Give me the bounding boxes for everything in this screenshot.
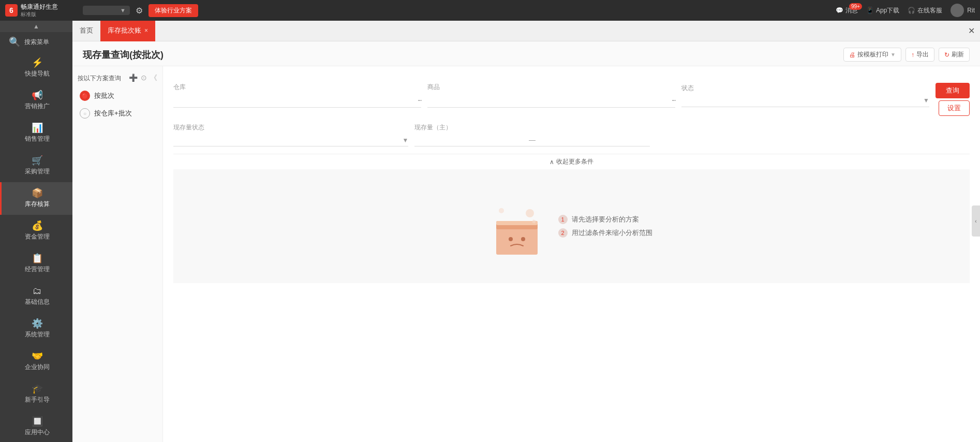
scheme-warehouse-batch[interactable]: ○ 按仓库+批次: [72, 105, 162, 122]
search-icon: 🔍: [9, 37, 20, 47]
tab-bar-close-button[interactable]: ✕: [968, 26, 980, 36]
stock-status-select[interactable]: ▼: [173, 134, 408, 146]
lightning-icon: ⚡: [32, 58, 43, 67]
chart-icon: 📊: [32, 123, 43, 132]
stock-qty-range: —: [414, 134, 649, 146]
online-service-action[interactable]: 🎧 在线客服: [908, 6, 942, 15]
filter-main-area: 按以下方案查询 ➕ ⊙ 《 🔴 按批次 ○ 按仓库+批次: [72, 66, 980, 442]
sidebar-item-marketing[interactable]: 📢 营销推广: [0, 84, 72, 117]
action-buttons: 查询 设置: [936, 83, 970, 116]
scheme-batch[interactable]: 🔴 按批次: [72, 87, 162, 105]
product-text-input[interactable]: [427, 97, 670, 105]
scheme-settings-button[interactable]: ⊙: [141, 73, 147, 83]
logo-icon: 6: [5, 4, 18, 17]
export-button[interactable]: ↑ 导出: [905, 48, 934, 62]
sidebar-item-label: 销售管理: [25, 135, 50, 143]
sidebar-item-quicknav[interactable]: ⚡ 快捷导航: [0, 52, 72, 84]
print-button[interactable]: 🖨 按模板打印 ▼: [843, 48, 901, 62]
warehouse-more-button[interactable]: ···: [418, 96, 421, 105]
megaphone-icon: 📢: [32, 91, 43, 100]
chevron-down-icon[interactable]: ▼: [120, 7, 126, 13]
sidebar-item-label: 系统管理: [25, 330, 50, 339]
sidebar-item-purchase[interactable]: 🛒 采购管理: [0, 150, 72, 182]
tab-home[interactable]: 首页: [72, 21, 100, 41]
stock-status-label: 现存量状态: [173, 123, 408, 132]
logo-area: 6 畅康通好生意 标准版: [5, 3, 78, 18]
sidebar-item-system[interactable]: ⚙️ 系统管理: [0, 313, 72, 345]
page-content: 现存量查询(按批次) 🖨 按模板打印 ▼ ↑ 导出 ↻ 刷新: [72, 41, 980, 442]
sidebar-item-appcenter[interactable]: 🔲 应用中心: [0, 410, 72, 442]
print-icon: 🖨: [849, 51, 855, 58]
tab-inventory-batch[interactable]: 库存批次账 ×: [100, 21, 155, 41]
filter-row-1: 仓库 ··· 商品 ···: [173, 75, 970, 116]
sidebar-item-label: 新手引导: [25, 395, 50, 404]
filter-cell-status: 状态 ▼: [681, 84, 929, 107]
tab-inventory-batch-label: 库存批次账: [108, 26, 141, 35]
avatar: [951, 4, 964, 17]
refresh-button[interactable]: ↻ 刷新: [939, 48, 970, 62]
message-badge: 99+: [849, 3, 862, 10]
sidebar-item-label: 采购管理: [25, 167, 50, 176]
filter-row-2: 现存量状态 ▼ 现存量（主）: [173, 123, 970, 146]
scroll-up-button[interactable]: ▲: [0, 21, 72, 32]
sidebar: ▲ 🔍 搜索菜单 ⚡ 快捷导航 📢 营销推广 📊 销售管理 🛒 采购管理 📦 库…: [0, 21, 72, 442]
gear-icon: ⚙️: [32, 319, 43, 328]
sidebar-item-inventory[interactable]: 📦 库存核算: [0, 182, 72, 215]
warehouse-input[interactable]: ···: [173, 94, 421, 108]
nav-settings-button[interactable]: ⚙: [132, 3, 146, 18]
product-more-button[interactable]: ···: [672, 96, 675, 105]
refresh-icon: ↻: [944, 51, 949, 58]
warehouse-text-input[interactable]: [173, 97, 415, 105]
header-actions: 🖨 按模板打印 ▼ ↑ 导出 ↻ 刷新: [843, 48, 970, 62]
sidebar-item-label: 搜索菜单: [24, 38, 49, 47]
empty-hints: 1 请先选择要分析的方案 2 用过滤条件来缩小分析范围: [558, 215, 652, 238]
add-scheme-button[interactable]: ➕: [129, 73, 138, 83]
filter-cell-product: 商品 ···: [427, 83, 675, 108]
nav-input[interactable]: ▼: [83, 6, 130, 15]
product-input[interactable]: ···: [427, 94, 675, 108]
right-panel-toggle[interactable]: ‹: [972, 205, 980, 237]
sidebar-item-label: 资金管理: [25, 232, 50, 241]
collapse-filter-button[interactable]: 《: [150, 73, 157, 83]
trial-button[interactable]: 体验行业方案: [149, 4, 198, 17]
product-label: 商品: [427, 83, 675, 92]
setting-button[interactable]: 设置: [939, 100, 970, 116]
sidebar-item-enterprise[interactable]: 🤝 企业协同: [0, 345, 72, 378]
filter-cell-stock-qty: 现存量（主） —: [414, 123, 649, 146]
page-title: 现存量查询(按批次): [83, 49, 164, 61]
stock-status-select-input[interactable]: [173, 136, 400, 144]
scheme-batch-icon: 🔴: [80, 91, 90, 101]
message-action[interactable]: 💬 消息 99+: [836, 6, 858, 15]
query-button[interactable]: 查询: [936, 83, 970, 98]
sidebar-item-label: 库存核算: [25, 200, 50, 209]
scheme-wh-batch-label: 按仓库+批次: [94, 109, 132, 118]
status-select[interactable]: ▼: [681, 95, 929, 107]
filter-panel-header: 按以下方案查询 ➕ ⊙ 《: [72, 71, 162, 87]
sidebar-item-sales[interactable]: 📊 销售管理: [0, 117, 72, 150]
grid-icon: 🔲: [32, 417, 43, 426]
top-header: 6 畅康通好生意 标准版 ▼ ⚙ 体验行业方案 💬 消息 99+ 📱 App下载…: [0, 0, 980, 21]
filter-cell-stock-status: 现存量状态 ▼: [173, 123, 408, 146]
sidebar-item-label: 快捷导航: [25, 69, 50, 78]
right-actions: 💬 消息 99+ 📱 App下载 🎧 在线客服 Rit: [836, 4, 975, 17]
stock-qty-to-input[interactable]: [540, 136, 650, 144]
sidebar-item-operations[interactable]: 📋 经营管理: [0, 247, 72, 280]
sidebar-item-label: 经营管理: [25, 265, 50, 274]
tab-home-label: 首页: [80, 26, 93, 35]
empty-box-svg: [491, 200, 543, 257]
clipboard-icon: 📋: [32, 254, 43, 263]
sidebar-item-finance[interactable]: 💰 资金管理: [0, 215, 72, 247]
filter-panel: 按以下方案查询 ➕ ⊙ 《 🔴 按批次 ○ 按仓库+批次: [72, 66, 163, 442]
page-header: 现存量查询(按批次) 🖨 按模板打印 ▼ ↑ 导出 ↻ 刷新: [72, 41, 980, 66]
user-profile[interactable]: Rit: [951, 4, 975, 17]
app-download-action[interactable]: 📱 App下载: [866, 6, 899, 15]
app-download-icon: 📱: [866, 7, 874, 14]
sidebar-item-search[interactable]: 🔍 搜索菜单: [0, 32, 72, 52]
sidebar-item-basic[interactable]: 🗂 基础信息: [0, 280, 72, 313]
tab-close-button[interactable]: ×: [144, 27, 148, 34]
collapse-more-button[interactable]: ∧ 收起更多条件: [173, 154, 970, 169]
status-select-input[interactable]: [681, 97, 921, 105]
sidebar-item-newguide[interactable]: 🎓 新手引导: [0, 378, 72, 410]
stock-qty-from-input[interactable]: [414, 136, 525, 144]
filter-panel-icons: ➕ ⊙ 《: [129, 73, 157, 83]
